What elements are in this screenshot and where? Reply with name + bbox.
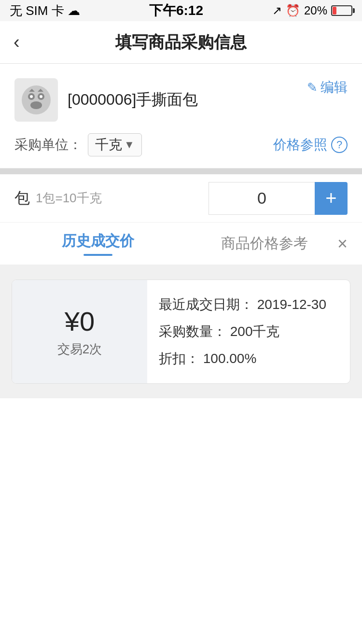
back-button[interactable]: ‹: [14, 32, 20, 53]
discount-value: 100.00%: [203, 351, 257, 366]
history-details-panel: 最近成交日期： 2019-12-30 采购数量： 200千克 折扣： 100.0…: [147, 280, 350, 383]
unit-value: 千克: [95, 136, 122, 154]
price-reference-button[interactable]: 价格参照 ?: [273, 136, 348, 154]
svg-point-5: [30, 101, 42, 109]
status-bar: 无 SIM 卡 ☁ 下午6:12 ↗ ⏰ 20%: [0, 0, 362, 21]
svg-point-3: [30, 95, 33, 98]
recent-date-row: 最近成交日期： 2019-12-30: [159, 294, 338, 315]
unit-row: 采购单位： 千克 ▼: [14, 133, 142, 156]
direction-icon: ↗: [272, 4, 282, 17]
quantity-input-group: +: [209, 182, 348, 215]
price-ref-label: 价格参照: [273, 136, 327, 154]
tab-price-ref-label: 商品价格参考: [221, 234, 308, 253]
quantity-label-group: 包 1包=10千克: [14, 188, 102, 209]
unit-prefix-label: 采购单位：: [14, 136, 82, 154]
unit-conversion-label: 1包=10千克: [36, 190, 102, 207]
history-card: ¥0 交易2次 最近成交日期： 2019-12-30 采购数量： 200千克 折…: [12, 280, 350, 384]
section-divider: [0, 168, 362, 174]
tabs-close-button[interactable]: ×: [337, 234, 348, 254]
sim-label: 无 SIM 卡 ☁: [10, 2, 80, 19]
tabs-bar: 历史成交价 商品价格参考 ×: [0, 223, 362, 265]
discount-label: 折扣：: [159, 351, 199, 366]
edit-label: 编辑: [320, 78, 348, 97]
tab-product-price-ref[interactable]: 商品价格参考: [181, 223, 348, 265]
alarm-icon: ⏰: [286, 4, 300, 17]
history-trade-count: 交易2次: [57, 341, 102, 358]
edit-icon: ✎: [307, 80, 318, 95]
status-time: 下午6:12: [149, 1, 203, 20]
tab-active-indicator: [84, 254, 112, 256]
unit-select-dropdown[interactable]: 千克 ▼: [88, 133, 142, 156]
product-bottom-row: 采购单位： 千克 ▼ 价格参照 ?: [14, 133, 348, 156]
purchase-quantity-value: 200千克: [230, 324, 280, 339]
dropdown-arrow-icon: ▼: [124, 139, 135, 151]
purchase-quantity-label: 采购数量：: [159, 324, 226, 339]
bottom-area: [0, 398, 362, 644]
tab-history-price[interactable]: 历史成交价: [14, 223, 181, 265]
nav-bar: ‹ 填写商品采购信息: [0, 21, 362, 64]
status-right: ↗ ⏰ 20%: [272, 4, 352, 17]
quantity-plus-button[interactable]: +: [315, 182, 348, 215]
battery-text: 20%: [304, 4, 327, 17]
quantity-row: 包 1包=10千克 +: [0, 174, 362, 223]
edit-button[interactable]: ✎ 编辑: [307, 78, 348, 97]
product-name: [0000006]手撕面包: [68, 89, 198, 111]
product-logo: [14, 78, 58, 122]
history-price-panel: ¥0 交易2次: [12, 280, 147, 383]
history-price-value: ¥0: [65, 306, 95, 337]
recent-date-value: 2019-12-30: [257, 297, 326, 312]
discount-row: 折扣： 100.00%: [159, 349, 338, 369]
product-logo-svg: [19, 83, 53, 117]
product-top-row: [0000006]手撕面包 ✎ 编辑: [14, 78, 348, 122]
svg-point-0: [22, 85, 51, 114]
product-card: [0000006]手撕面包 ✎ 编辑 采购单位： 千克 ▼ 价格参照 ?: [0, 64, 362, 168]
tab-history-label: 历史成交价: [62, 231, 134, 251]
page-title: 填写商品采购信息: [115, 31, 247, 54]
plus-icon: +: [325, 187, 336, 209]
status-left: 无 SIM 卡 ☁: [10, 2, 80, 19]
svg-point-4: [40, 95, 42, 98]
product-left: [0000006]手撕面包: [14, 78, 198, 122]
question-circle-icon: ?: [331, 137, 348, 153]
unit-badge: 包: [14, 188, 30, 209]
recent-date-label: 最近成交日期：: [159, 297, 253, 312]
purchase-quantity-row: 采购数量： 200千克: [159, 322, 338, 342]
battery-icon: [331, 5, 352, 16]
quantity-input[interactable]: [209, 182, 315, 215]
